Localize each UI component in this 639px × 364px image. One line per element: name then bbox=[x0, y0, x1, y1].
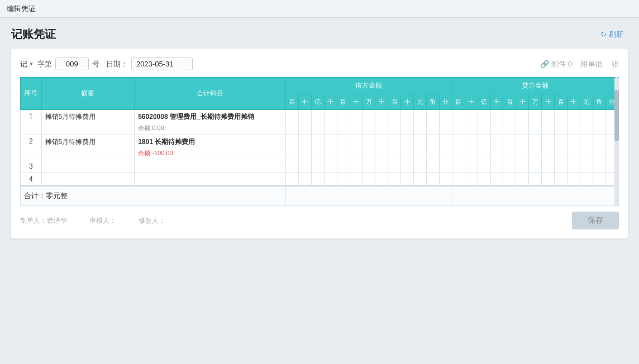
credit-cell-1-5[interactable] bbox=[516, 135, 529, 160]
debit-cell-1-3[interactable] bbox=[324, 135, 337, 160]
credit-cell-2-5[interactable] bbox=[516, 160, 529, 173]
credit-cell-3-6[interactable] bbox=[529, 173, 542, 186]
debit-cell-2-7[interactable] bbox=[375, 160, 388, 173]
credit-cell-3-2[interactable] bbox=[478, 173, 490, 186]
debit-cell-3-1[interactable] bbox=[298, 173, 311, 186]
credit-cell-2-10[interactable] bbox=[580, 160, 593, 173]
debit-cell-0-2[interactable] bbox=[311, 110, 324, 135]
debit-cell-3-4[interactable] bbox=[337, 173, 350, 186]
credit-cell-0-8[interactable] bbox=[555, 110, 568, 135]
debit-cell-2-9[interactable] bbox=[401, 160, 414, 173]
debit-cell-2-2[interactable] bbox=[311, 160, 324, 173]
credit-cell-2-4[interactable] bbox=[503, 160, 516, 173]
debit-cell-0-10[interactable] bbox=[414, 110, 427, 135]
credit-cell-0-10[interactable] bbox=[580, 110, 593, 135]
credit-cell-1-8[interactable] bbox=[555, 135, 568, 160]
debit-cell-2-12[interactable] bbox=[439, 160, 452, 173]
debit-cell-3-11[interactable] bbox=[427, 173, 440, 186]
debit-cell-3-3[interactable] bbox=[324, 173, 337, 186]
credit-cell-3-4[interactable] bbox=[503, 173, 516, 186]
debit-cell-2-8[interactable] bbox=[388, 160, 401, 173]
credit-cell-2-6[interactable] bbox=[529, 160, 542, 173]
credit-cell-1-11[interactable] bbox=[593, 135, 605, 160]
credit-cell-2-2[interactable] bbox=[478, 160, 490, 173]
credit-cell-0-9[interactable] bbox=[568, 110, 580, 135]
debit-cell-3-8[interactable] bbox=[388, 173, 401, 186]
row-account-2[interactable] bbox=[135, 160, 286, 173]
credit-cell-1-1[interactable] bbox=[465, 135, 478, 160]
credit-cell-0-0[interactable] bbox=[452, 110, 465, 135]
row-summary-0[interactable]: 摊销5月待摊费用 bbox=[41, 110, 135, 135]
debit-cell-2-10[interactable] bbox=[414, 160, 427, 173]
debit-cell-3-9[interactable] bbox=[401, 173, 414, 186]
debit-cell-3-12[interactable] bbox=[439, 173, 452, 186]
credit-cell-2-8[interactable] bbox=[555, 160, 568, 173]
credit-cell-1-9[interactable] bbox=[568, 135, 580, 160]
attachment-link[interactable]: 🔗 附件 0 bbox=[540, 59, 572, 69]
debit-cell-2-6[interactable] bbox=[363, 160, 375, 173]
credit-cell-1-7[interactable] bbox=[542, 135, 555, 160]
credit-cell-0-7[interactable] bbox=[542, 110, 555, 135]
type-select[interactable]: 记 ▼ bbox=[20, 59, 34, 69]
debit-cell-3-2[interactable] bbox=[311, 173, 324, 186]
debit-cell-0-7[interactable] bbox=[375, 110, 388, 135]
debit-cell-0-1[interactable] bbox=[298, 110, 311, 135]
debit-cell-2-0[interactable] bbox=[286, 160, 299, 173]
credit-cell-3-5[interactable] bbox=[516, 173, 529, 186]
debit-cell-1-4[interactable] bbox=[337, 135, 350, 160]
debit-cell-1-0[interactable] bbox=[286, 135, 299, 160]
credit-cell-3-8[interactable] bbox=[555, 173, 568, 186]
debit-cell-1-1[interactable] bbox=[298, 135, 311, 160]
voucher-number-input[interactable] bbox=[55, 58, 89, 70]
debit-cell-1-10[interactable] bbox=[414, 135, 427, 160]
credit-cell-3-7[interactable] bbox=[542, 173, 555, 186]
save-button[interactable]: 保存 bbox=[572, 212, 619, 229]
debit-cell-1-5[interactable] bbox=[350, 135, 363, 160]
debit-cell-0-6[interactable] bbox=[363, 110, 375, 135]
debit-cell-3-7[interactable] bbox=[375, 173, 388, 186]
debit-cell-0-11[interactable] bbox=[427, 110, 440, 135]
credit-cell-2-1[interactable] bbox=[465, 160, 478, 173]
debit-cell-0-0[interactable] bbox=[286, 110, 299, 135]
credit-cell-3-10[interactable] bbox=[580, 173, 593, 186]
debit-cell-0-4[interactable] bbox=[337, 110, 350, 135]
scroll-thumb[interactable] bbox=[614, 90, 619, 141]
credit-cell-3-11[interactable] bbox=[593, 173, 605, 186]
credit-cell-1-4[interactable] bbox=[503, 135, 516, 160]
debit-cell-1-9[interactable] bbox=[401, 135, 414, 160]
row-summary-3[interactable] bbox=[41, 173, 135, 186]
debit-cell-1-11[interactable] bbox=[427, 135, 440, 160]
credit-cell-2-7[interactable] bbox=[542, 160, 555, 173]
row-account-3[interactable] bbox=[135, 173, 286, 186]
credit-cell-2-11[interactable] bbox=[593, 160, 605, 173]
fujundan-label[interactable]: 附单据 bbox=[581, 59, 603, 69]
credit-cell-3-1[interactable] bbox=[465, 173, 478, 186]
debit-cell-2-1[interactable] bbox=[298, 160, 311, 173]
debit-cell-2-4[interactable] bbox=[337, 160, 350, 173]
credit-cell-1-2[interactable] bbox=[478, 135, 490, 160]
credit-cell-0-4[interactable] bbox=[503, 110, 516, 135]
debit-cell-3-0[interactable] bbox=[286, 173, 299, 186]
debit-cell-2-5[interactable] bbox=[350, 160, 363, 173]
date-input[interactable] bbox=[131, 58, 193, 70]
debit-cell-0-8[interactable] bbox=[388, 110, 401, 135]
debit-cell-2-11[interactable] bbox=[427, 160, 440, 173]
credit-cell-3-3[interactable] bbox=[490, 173, 503, 186]
refresh-button[interactable]: ↻ 刷新 bbox=[596, 27, 628, 42]
credit-cell-3-9[interactable] bbox=[568, 173, 580, 186]
credit-cell-1-6[interactable] bbox=[529, 135, 542, 160]
credit-cell-0-2[interactable] bbox=[478, 110, 490, 135]
credit-cell-3-0[interactable] bbox=[452, 173, 465, 186]
credit-cell-2-3[interactable] bbox=[490, 160, 503, 173]
credit-cell-0-6[interactable] bbox=[529, 110, 542, 135]
credit-cell-2-9[interactable] bbox=[568, 160, 580, 173]
debit-cell-1-12[interactable] bbox=[439, 135, 452, 160]
debit-cell-1-8[interactable] bbox=[388, 135, 401, 160]
debit-cell-0-3[interactable] bbox=[324, 110, 337, 135]
credit-cell-1-10[interactable] bbox=[580, 135, 593, 160]
credit-cell-0-11[interactable] bbox=[593, 110, 605, 135]
credit-cell-1-3[interactable] bbox=[490, 135, 503, 160]
row-account-1[interactable]: 1801 长期待摊费用余额:-100.00 bbox=[135, 135, 286, 160]
row-summary-2[interactable] bbox=[41, 160, 135, 173]
debit-cell-1-6[interactable] bbox=[363, 135, 375, 160]
